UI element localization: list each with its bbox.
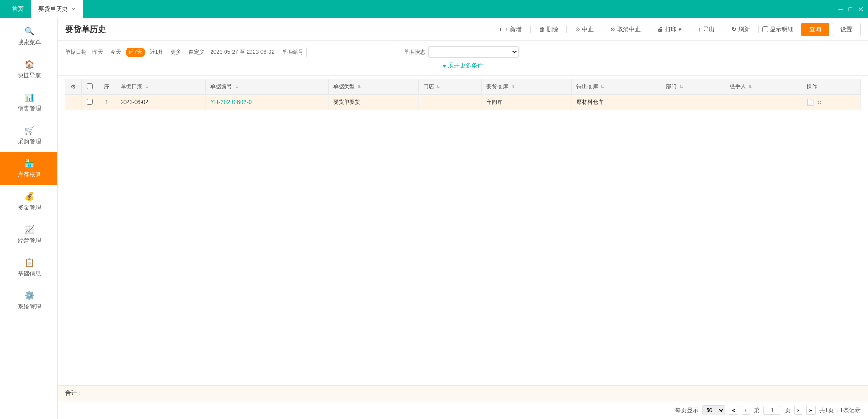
row-num: 1 [98, 95, 116, 110]
doc-number-label: 单据编号 [282, 48, 303, 56]
sidebar-item-sales[interactable]: 📊 销售管理 [0, 86, 57, 119]
tab-home[interactable]: 首页 [5, 0, 31, 18]
sort-icon: ⇅ [600, 84, 604, 89]
display-detail-checkbox[interactable] [762, 26, 768, 32]
tab-purchase-history[interactable]: 要货单历史 ✕ [31, 0, 83, 18]
edit-icon[interactable]: 📄 [807, 99, 814, 106]
col-doc-type-header[interactable]: 单据类型 ⇅ [329, 79, 419, 95]
doc-number-input[interactable] [306, 47, 396, 57]
operation-icon: 📈 [24, 224, 34, 234]
minimize-icon[interactable]: ─ [839, 5, 843, 13]
divider [797, 26, 797, 33]
date-range-display: 2023-05-27 至 2023-06-02 [210, 48, 274, 56]
page-input[interactable] [763, 406, 781, 415]
page-header: 要货单历史 + + 新增 🗑 删除 ⊘ 中止 ⊗ [58, 18, 868, 41]
more-icon[interactable]: ⠿ [817, 99, 821, 106]
sidebar-item-quick-nav[interactable]: 🏠 快捷导航 [0, 53, 57, 86]
expand-more-btn[interactable]: ▾ 展开更多条件 [65, 62, 861, 70]
row-date: 2023-06-02 [116, 95, 206, 110]
per-page-label: 每页显示 [675, 406, 698, 414]
export-button[interactable]: ↑ 导出 [694, 23, 720, 36]
sidebar-item-label: 采购管理 [18, 138, 41, 146]
doc-number-link[interactable]: YH-20230602-0 [210, 99, 252, 105]
sidebar-item-label: 系统管理 [18, 303, 41, 311]
query-button[interactable]: 查询 [801, 23, 829, 36]
inventory-icon: 🏪 [24, 158, 34, 168]
date-option-more[interactable]: 更多 [168, 48, 184, 57]
table-header-row: ⚙ 序 单据日期 ⇅ 单据编号 ⇅ 单据类型 ⇅ 门店 ⇅ 要货仓库 ⇅ 待出仓… [65, 79, 861, 95]
settings-button[interactable]: 设置 [832, 23, 861, 36]
purchase-icon: 🛒 [24, 125, 34, 135]
stop-button[interactable]: ⊘ 中止 [571, 23, 598, 36]
sort-icon: ⇅ [145, 84, 148, 89]
date-filter-group: 单据日期 昨天 今天 近7天 近1月 更多 自定义 2023-05-27 至 2… [65, 48, 274, 57]
row-warehouse: 车间库 [482, 95, 572, 110]
main-layout: 🔍 搜索菜单 🏠 快捷导航 📊 销售管理 🛒 采购管理 🏪 库存核算 💰 资金管… [0, 18, 868, 419]
sidebar-item-label: 经营管理 [18, 237, 41, 245]
date-option-today[interactable]: 今天 [108, 48, 124, 57]
chevron-down-icon: ▾ [443, 62, 446, 69]
next-page-button[interactable]: › [794, 406, 802, 415]
prev-page-button[interactable]: ‹ [742, 406, 750, 415]
col-dept-header[interactable]: 部门 ⇅ [661, 79, 725, 95]
page-label: 第 [754, 406, 760, 414]
refresh-button[interactable]: ↻ 刷新 [727, 23, 755, 36]
settings-gear-icon[interactable]: ⚙ [71, 83, 76, 90]
col-out-warehouse-header[interactable]: 待出仓库 ⇅ [571, 79, 661, 95]
col-warehouse-header[interactable]: 要货仓库 ⇅ [482, 79, 572, 95]
col-doc-num-header[interactable]: 单据编号 ⇅ [206, 79, 329, 95]
col-date-header[interactable]: 单据日期 ⇅ [116, 79, 206, 95]
sidebar-item-operation[interactable]: 📈 经营管理 [0, 218, 57, 251]
row-dept [661, 95, 725, 110]
divider [690, 26, 690, 33]
table-row: 1 2023-06-02 YH-20230602-0 要货单要货 车间库 原材料… [65, 95, 861, 110]
total-label: 合计： [65, 390, 83, 396]
date-option-custom[interactable]: 自定义 [186, 48, 208, 57]
date-option-7days[interactable]: 近7天 [126, 48, 145, 57]
cancel-stop-button[interactable]: ⊗ 取消中止 [606, 23, 645, 36]
display-detail-toggle[interactable]: 显示明细 [762, 25, 793, 33]
sidebar-item-inventory[interactable]: 🏪 库存核算 [0, 152, 57, 185]
row-checkbox[interactable] [87, 99, 93, 105]
doc-status-select[interactable] [428, 46, 519, 58]
per-page-select[interactable]: 50 100 [702, 405, 725, 415]
row-doc-num: YH-20230602-0 [206, 95, 329, 110]
sidebar-item-basic-info[interactable]: 📋 基础信息 [0, 251, 57, 284]
basic-info-icon: 📋 [24, 257, 34, 267]
sidebar-item-label: 搜索菜单 [18, 38, 41, 47]
delete-button[interactable]: 🗑 删除 [534, 23, 563, 36]
sort-icon: ⇅ [511, 84, 514, 89]
print-button[interactable]: 🖨 打印 ▾ [653, 23, 686, 36]
divider [566, 26, 567, 33]
window-close-icon[interactable]: ✕ [858, 5, 863, 14]
page-unit: 页 [785, 406, 791, 414]
page-title: 要货单历史 [65, 24, 106, 35]
last-page-button[interactable]: » [806, 406, 816, 415]
table-area: ⚙ 序 单据日期 ⇅ 单据编号 ⇅ 单据类型 ⇅ 门店 ⇅ 要货仓库 ⇅ 待出仓… [58, 76, 868, 385]
date-option-1month[interactable]: 近1月 [147, 48, 166, 57]
col-handler-header[interactable]: 经手人 ⇅ [725, 79, 802, 95]
first-page-button[interactable]: « [729, 406, 738, 415]
col-settings: ⚙ [65, 79, 81, 95]
new-button[interactable]: + + 新增 [495, 23, 527, 36]
select-all-checkbox[interactable] [87, 83, 93, 89]
doc-status-label: 单据状态 [404, 48, 425, 56]
sidebar-item-purchase[interactable]: 🛒 采购管理 [0, 119, 57, 152]
date-option-yesterday[interactable]: 昨天 [90, 48, 106, 57]
sidebar-item-label: 快捷导航 [18, 71, 41, 80]
divider [602, 26, 602, 33]
col-store-header[interactable]: 门店 ⇅ [418, 79, 482, 95]
sidebar-item-finance[interactable]: 💰 资金管理 [0, 185, 57, 218]
tab-list: 首页 要货单历史 ✕ [5, 0, 839, 18]
maximize-icon[interactable]: □ [849, 5, 852, 13]
filter-row-1: 单据日期 昨天 今天 近7天 近1月 更多 自定义 2023-05-27 至 2… [65, 46, 861, 58]
stop-icon: ⊘ [575, 26, 580, 33]
close-tab-icon[interactable]: ✕ [71, 6, 75, 12]
sort-icon: ⇅ [357, 84, 361, 89]
sidebar-item-search-menu[interactable]: 🔍 搜索菜单 [0, 20, 57, 53]
quick-nav-icon: 🏠 [24, 59, 34, 69]
row-out-warehouse: 原材料仓库 [571, 95, 661, 110]
sidebar-item-label: 基础信息 [18, 270, 41, 278]
sidebar-item-system[interactable]: ⚙️ 系统管理 [0, 284, 57, 317]
sort-icon: ⇅ [436, 84, 440, 89]
